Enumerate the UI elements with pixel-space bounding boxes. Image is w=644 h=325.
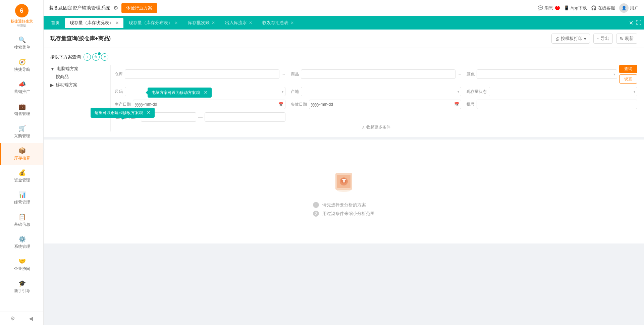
tab-close-all-icon[interactable]: ✕ bbox=[629, 20, 633, 26]
sidebar-item-search[interactable]: 🔍 搜索菜单 bbox=[0, 32, 43, 54]
range-dash: — bbox=[198, 115, 203, 120]
header-icons: 💬 消息 9 📱 App下载 🎧 在线客服 👤 用户 bbox=[538, 3, 639, 13]
scheme-panel: ▼ 电脑端方案 按商品 ▶ 移动端方案 bbox=[50, 65, 111, 131]
sidebar-item-label: 经营管理 bbox=[14, 200, 30, 205]
refresh-icon: ↻ bbox=[620, 36, 624, 41]
filter-area: 按以下方案查询 + ✎ « ▼ 电脑端 bbox=[44, 48, 644, 137]
export-label: 导出 bbox=[600, 36, 609, 42]
sidebar-item-label: 销售管理 bbox=[14, 111, 30, 117]
sidebar-item-finance[interactable]: 💰 资金管理 bbox=[0, 165, 43, 187]
refresh-btn[interactable]: ↻ 刷新 bbox=[616, 34, 637, 44]
warehouse-dots[interactable]: ··· bbox=[281, 71, 285, 77]
print-template-btn[interactable]: 🖨 按模板打印 ▾ bbox=[551, 34, 590, 44]
color-label: 颜色 bbox=[467, 71, 475, 77]
sidebar-item-system[interactable]: ⚙️ 系统管理 bbox=[0, 231, 43, 254]
tooltip2-close[interactable]: ✕ bbox=[147, 110, 151, 115]
tab-close-icon[interactable]: ✕ bbox=[174, 20, 178, 25]
expiry-date-input[interactable] bbox=[309, 100, 462, 109]
tab-close-icon[interactable]: ✕ bbox=[249, 20, 252, 25]
print-template-label: 按模板打印 bbox=[561, 36, 583, 42]
tab-close-icon[interactable]: ✕ bbox=[290, 20, 294, 25]
export-btn[interactable]: ↑ 导出 bbox=[593, 34, 613, 44]
logo-badge: 标准版 bbox=[17, 23, 26, 28]
filter-area-wrapper: 按以下方案查询 + ✎ « ▼ 电脑端 bbox=[44, 48, 644, 137]
tab-actions: ✕ ⛶ bbox=[629, 20, 641, 26]
svg-rect-5 bbox=[343, 179, 345, 182]
collapse-row: ∧ 收起更多条件 bbox=[115, 122, 637, 131]
tab-in-out-flow[interactable]: 出入库流水 ✕ bbox=[220, 18, 257, 28]
tab-inventory-status[interactable]: 现存量（库存状况表） ✕ bbox=[65, 18, 123, 28]
notification-item[interactable]: 💬 消息 9 bbox=[538, 5, 560, 11]
collapse-btn[interactable]: ∧ 收起更多条件 bbox=[362, 124, 390, 130]
origin-select[interactable] bbox=[301, 87, 462, 96]
color-select[interactable] bbox=[477, 69, 617, 79]
tab-inventory-status-label: 现存量（库存状况表） bbox=[70, 20, 113, 26]
inventory-main-max-input[interactable] bbox=[205, 112, 285, 122]
system-name: 装备及固定资产辅助管理系统 bbox=[49, 5, 110, 11]
add-scheme-btn[interactable]: + bbox=[84, 53, 91, 61]
prod-date-input[interactable] bbox=[133, 100, 285, 109]
user-item[interactable]: 👤 用户 bbox=[619, 3, 639, 13]
step-2-text: 用过滤条件来缩小分析范围 bbox=[322, 211, 375, 217]
color-select-wrap bbox=[477, 69, 617, 79]
settings-bottom-icon[interactable]: ⚙ bbox=[10, 315, 15, 322]
phone-icon: 📱 bbox=[564, 5, 569, 10]
sidebar-item-operations[interactable]: 📊 经营管理 bbox=[0, 187, 43, 209]
scheme-mobile[interactable]: ▶ 移动端方案 bbox=[50, 81, 106, 89]
avatar: 👤 bbox=[619, 3, 629, 13]
goods-dots[interactable]: ··· bbox=[458, 71, 462, 77]
reset-btn[interactable]: 设置 bbox=[619, 74, 637, 84]
logo-icon: 6 bbox=[15, 4, 29, 17]
sidebar-item-enterprise[interactable]: 🤝 企业协同 bbox=[0, 254, 43, 276]
gear-icon: ⚙️ bbox=[18, 235, 26, 243]
tooltip1-text: 电脑方案可设为移动方案哦 bbox=[152, 90, 200, 95]
batch-input[interactable] bbox=[477, 100, 637, 109]
industry-btn[interactable]: 体验行业方案 bbox=[121, 3, 157, 13]
tab-home[interactable]: 首页 bbox=[46, 18, 64, 28]
collapse-icon[interactable]: ◀ bbox=[29, 315, 33, 322]
app-download-item[interactable]: 📱 App下载 bbox=[564, 5, 587, 11]
back-scheme-btn[interactable]: « bbox=[101, 53, 108, 61]
search-btn[interactable]: 查询 bbox=[619, 65, 637, 73]
goods-input[interactable] bbox=[301, 69, 455, 79]
filter-header: 按以下方案查询 + ✎ « bbox=[50, 53, 637, 61]
tab-batch-account-label: 库存批次账 bbox=[188, 20, 210, 26]
sidebar-item-marketing[interactable]: 📣 营销推广 bbox=[0, 76, 43, 99]
print-icon: 🖨 bbox=[555, 36, 559, 41]
megaphone-icon: 📣 bbox=[18, 80, 26, 88]
tab-bar: 首页 现存量（库存状况表） ✕ 现存量（库存分布表） ✕ 库存批次账 ✕ 出入库… bbox=[44, 16, 644, 30]
sidebar-item-quick[interactable]: 🧭 快捷导航 bbox=[0, 54, 43, 76]
sidebar-item-sales[interactable]: 💼 销售管理 bbox=[0, 99, 43, 121]
tab-collect-summary[interactable]: 收发存汇总表 ✕ bbox=[258, 18, 299, 28]
tab-close-icon[interactable]: ✕ bbox=[212, 20, 215, 25]
tooltip1-close[interactable]: ✕ bbox=[204, 90, 208, 95]
sidebar-item-label: 快捷导航 bbox=[14, 67, 30, 72]
sidebar-item-guide[interactable]: 🎓 新手引导 bbox=[0, 276, 43, 298]
warehouse-input[interactable] bbox=[125, 69, 279, 79]
main-area: 装备及固定资产辅助管理系统 ⚙ 体验行业方案 💬 消息 9 📱 App下载 🎧 … bbox=[44, 0, 644, 325]
online-support-item[interactable]: 🎧 在线客服 bbox=[591, 5, 615, 11]
sidebar-item-label: 基础信息 bbox=[14, 222, 30, 227]
svg-point-6 bbox=[337, 189, 351, 192]
edit-scheme-btn[interactable]: ✎ bbox=[92, 53, 100, 61]
sidebar-item-label: 企业协同 bbox=[14, 266, 30, 272]
tab-close-icon[interactable]: ✕ bbox=[115, 20, 119, 25]
page-actions: 🖨 按模板打印 ▾ ↑ 导出 ↻ 刷新 bbox=[551, 34, 638, 44]
scheme-mobile-label: 移动端方案 bbox=[56, 82, 77, 88]
tab-inventory-dist[interactable]: 现存量（库存分布表） ✕ bbox=[124, 18, 182, 28]
empty-steps: 1 请先选择要分析的方案 2 用过滤条件来缩小分析范围 bbox=[313, 202, 375, 217]
tooltip2-popup: 这里可以创建和修改方案哦 ✕ bbox=[91, 108, 155, 118]
sidebar-item-purchase[interactable]: 🛒 采购管理 bbox=[0, 121, 43, 143]
page-header: 现存量查询(按仓库+商品) 🖨 按模板打印 ▾ ↑ 导出 ↻ 刷新 bbox=[44, 30, 644, 48]
sidebar-item-basic[interactable]: 📋 基础信息 bbox=[0, 209, 43, 231]
tab-batch-account[interactable]: 库存批次账 ✕ bbox=[183, 18, 220, 28]
tab-expand-icon[interactable]: ⛶ bbox=[636, 20, 641, 26]
scheme-desktop-sub[interactable]: 按商品 bbox=[56, 73, 106, 81]
inventory-status-select[interactable] bbox=[489, 87, 637, 96]
page-title: 现存量查询(按仓库+商品) bbox=[50, 35, 111, 42]
sidebar-item-label: 搜索菜单 bbox=[14, 45, 30, 50]
warehouse-cell: 仓库 ··· bbox=[115, 65, 285, 84]
scheme-desktop[interactable]: ▼ 电脑端方案 bbox=[50, 65, 106, 73]
system-gear-icon[interactable]: ⚙ bbox=[113, 5, 118, 11]
sidebar-item-inventory[interactable]: 📦 库存核算 bbox=[0, 143, 43, 165]
